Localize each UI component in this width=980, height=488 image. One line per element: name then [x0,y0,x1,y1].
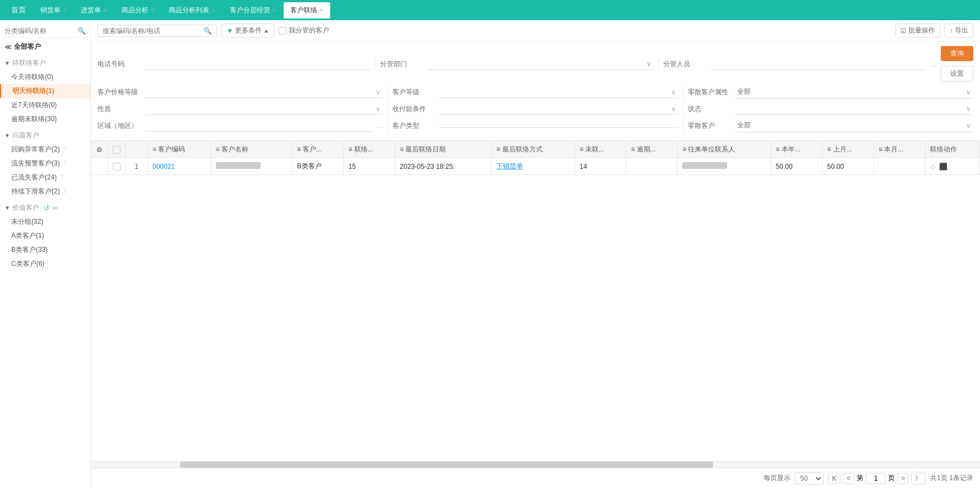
filter-payment-select[interactable]: ∨ [440,103,678,115]
filter-price-grade-field: 客户价格等级 ∨ [98,86,383,98]
nav-tab-sales[interactable]: 销货单× [34,2,73,19]
td-check[interactable] [108,158,126,175]
close-icon[interactable]: × [211,7,215,13]
more-icon[interactable]: … [930,61,936,67]
next-page-button[interactable]: > [897,473,909,484]
sidebar-item-today[interactable]: 今天待联络(0) [0,70,90,84]
sidebar-item-ungrouped[interactable]: 未分组(32) [0,215,90,229]
action-icon-2[interactable]: ⬛ [939,163,947,171]
filter-price-grade-select[interactable]: ∨ [145,86,383,98]
filter-manager-input[interactable] [710,58,926,70]
td-contact: 15 [344,158,395,175]
td-last-contact-method[interactable]: 下销货单 [492,158,575,175]
th-this-year: ≡ 本年... [771,141,822,158]
sidebar-item-class-a[interactable]: A类客户(1) [0,229,90,243]
horizontal-scrollbar[interactable] [91,461,980,468]
search-input-wrap: 🔍 [98,25,217,37]
last-page-button[interactable]: 》 [911,472,926,485]
sidebar-item-7days[interactable]: 近7天待联络(0) [0,98,90,112]
filter-phone-input[interactable] [145,58,371,70]
query-button[interactable]: 查询 [941,46,973,61]
triangle-icon: ▼ [4,205,10,211]
th-no-contact: ≡ 未联... [575,141,626,158]
th-check[interactable] [108,141,126,158]
more-filter-button[interactable]: ▼ 更多条件 ▲ [221,24,274,38]
filter-status-select[interactable]: ∨ [735,103,973,115]
th-overdue: ≡ 逾期... [626,141,678,158]
triangle-icon: ▼ [4,60,10,66]
filter-customer-type-select[interactable] [440,124,678,128]
more-icon[interactable]: … [377,122,383,129]
sidebar-all-customers[interactable]: ≪ 全部客户 [0,40,90,54]
main-search-input[interactable] [103,27,204,35]
content-area: 🔍 ▼ 更多条件 ▲ 我分管的客户 ☑ 批量操作 ↑ 导出 [91,20,980,488]
close-icon[interactable]: × [103,7,107,13]
filter-region-input[interactable] [145,120,372,132]
filter-nature-select[interactable]: ∨ [145,103,383,115]
filter-payment-field: 收付款条件 ∨ [392,103,678,115]
per-page-select[interactable]: 50 100 200 [795,472,824,485]
page-total: 共1页 1条记录 [930,473,973,483]
nav-tab-customer-segmentation[interactable]: 客户分层经营× [223,2,283,19]
search-icon[interactable]: 🔍 [204,27,212,35]
page-number-input[interactable] [866,473,886,484]
close-icon[interactable]: × [272,7,276,13]
td-unit-contact [678,158,771,175]
sidebar-item-declining[interactable]: 持续下滑客户(2) ? [0,185,90,199]
filter-manager-field: 分管人员 … [663,58,936,70]
sidebar-item-class-c[interactable]: C类客户(6) [0,257,90,271]
close-icon[interactable]: × [320,7,323,13]
blurred-name [216,162,261,169]
td-code[interactable]: 000021 [148,158,211,175]
bulk-operation-button[interactable]: ☑ 批量操作 [895,24,940,38]
table-area: ⚙ ≡ 客户编码 ≡ 客户名称 ≡ 客户... ≡ 联络... ≡ 最后联络日期… [91,141,980,461]
filter-dept-select[interactable]: ∨ [427,58,653,70]
nav-tab-customer-contact[interactable]: 客户联络× [284,2,330,19]
my-customers-checkbox[interactable]: 我分管的客户 [279,26,329,35]
nav-tab-product-analysis[interactable]: 商品分析× [115,2,161,19]
search-bar: 🔍 ▼ 更多条件 ▲ 我分管的客户 ☑ 批量操作 ↑ 导出 [91,20,980,42]
sidebar-item-repurchase-anomaly[interactable]: 回购异常客户(2) ? [0,142,90,156]
action-icon-1[interactable]: ◇ [930,163,935,171]
filter-customer-type-label: 客户类型 [392,121,437,131]
th-setting[interactable]: ⚙ [91,141,108,158]
nav-home[interactable]: 首页 [4,2,33,19]
sidebar-item-tomorrow[interactable]: 明天待联络(1) [0,84,90,98]
pagination: K < 第 页 > 》 [828,472,926,485]
prev-page-button[interactable]: < [843,473,854,484]
sidebar-item-overdue[interactable]: 逾期未联络(30) [0,112,90,126]
td-type: B类客户 [292,158,344,175]
sidebar-item-class-b[interactable]: B类客户(33) [0,243,90,257]
blurred-contact [682,162,727,169]
table-row: 1 000021 B类客户 15 2023-05-23 18:25: 下销货单 … [91,158,980,175]
chevron-down-icon: ∨ [671,105,676,113]
sidebar-item-churned[interactable]: 已流失客户(24) ? [0,171,90,185]
export-icon: ↑ [950,27,953,35]
sidebar-group-value: ▼ 价值客户 ↺ ✏ [0,201,90,215]
contact-method-link[interactable]: 下销货单 [496,162,523,170]
filter-retail-customer-select[interactable]: 全部 ∨ [735,119,973,132]
sidebar-item-churn-warning[interactable]: 流失预警客户(3) ? [0,156,90,171]
th-last-month: ≡ 上月... [822,141,874,158]
close-icon[interactable]: × [151,7,154,13]
first-page-button[interactable]: K [828,473,840,484]
sidebar-search-input[interactable] [4,27,75,35]
sidebar-search-icon[interactable]: 🔍 [77,27,86,35]
header-checkbox [113,146,121,154]
td-overdue [626,158,678,175]
filter-row-4: 区域（地区） … 客户类型 零散客户 全部 ∨ [98,119,973,132]
filter-customer-grade-select[interactable]: ∨ [440,86,678,98]
td-last-month: 50.00 [822,158,874,175]
nav-tab-purchase[interactable]: 进货单× [74,2,113,19]
filter-panel: 电话号码 分管部门 ∨ 分管人员 … [91,42,980,141]
export-button[interactable]: ↑ 导出 [945,24,973,38]
filter-price-grade-label: 客户价格等级 [98,88,142,97]
filter-retail-attr-label: 零散客户属性 [688,88,733,97]
close-icon[interactable]: × [63,7,66,13]
sidebar-search-area: 🔍 [0,25,90,38]
triangle-icon: ▼ [4,132,10,139]
settings-button[interactable]: 设置 [941,66,973,82]
filter-retail-attr-select[interactable]: 全部 ∨ [735,85,973,99]
td-action[interactable]: ◇ ⬛ [925,158,979,175]
nav-tab-product-analysis-list[interactable]: 商品分析列表× [162,2,221,19]
